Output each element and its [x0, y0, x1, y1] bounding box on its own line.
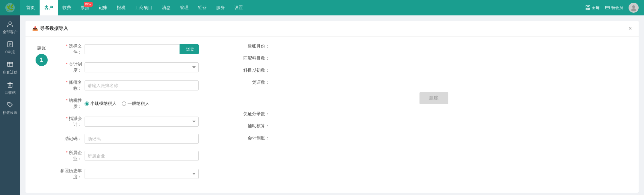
sidebar-item-trash[interactable]: 回收站 [1, 79, 19, 97]
step-label: 建账 [37, 45, 46, 51]
ledger-input[interactable] [85, 80, 199, 90]
ledger-row: * 账簿名称： [58, 79, 199, 91]
voucher-records-row: 凭证分录数： [239, 111, 629, 117]
sidebar-item-migrate[interactable]: 账套迁移 [1, 58, 19, 77]
logo-icon: 🌿 [5, 3, 15, 12]
sidebar-item-declare-label: 0申报 [5, 50, 15, 54]
memo-label: 助记码： [58, 136, 85, 142]
sidebar-item-tag[interactable]: 标签设置 [1, 99, 19, 118]
svg-point-7 [631, 8, 636, 11]
close-button[interactable]: × [628, 25, 632, 31]
svg-point-6 [632, 5, 635, 8]
match-label: 匹配科目数： [239, 55, 269, 61]
svg-rect-0 [586, 6, 587, 7]
tax-label: * 纳税性质： [58, 97, 85, 110]
tax-small-option[interactable]: 小规模纳税人 [85, 101, 116, 107]
sidebar-item-all-clients-label: 全部客户 [3, 30, 17, 34]
panel-title: 📤 导爷数据导入 [32, 25, 68, 31]
create-account-button[interactable]: 建账 [419, 92, 448, 104]
voucher-label: 凭证数： [239, 79, 269, 85]
file-input-group: +浏览 [85, 44, 199, 54]
accounting-system-label: 会计制度： [239, 135, 269, 141]
accounting-select[interactable] [85, 62, 199, 72]
nav-items: 首页 客户 收费 票据 new 记账 报税 工商项目 消息 管理 经营 服务 设… [20, 0, 586, 15]
accountant-label: * 指派会计： [58, 116, 85, 128]
svg-rect-3 [589, 8, 590, 10]
main-content: 📤 导爷数据导入 × 建账 1 * 选择文件： [20, 15, 644, 195]
create-btn-container: 建账 [239, 92, 629, 104]
avatar[interactable] [629, 3, 639, 13]
nav-item-invoice[interactable]: 票据 new [76, 0, 94, 15]
nav-right: 全屏 畅会员 [586, 3, 644, 13]
sidebar: 全部客户 0申报 账套迁移 [0, 15, 20, 195]
file-required-star: * [66, 44, 67, 49]
sidebar-item-trash-label: 回收站 [5, 90, 16, 95]
member-btn[interactable]: 畅会员 [605, 5, 623, 11]
vertical-divider [209, 43, 209, 186]
form-container: 建账 1 * 选择文件： +浏览 [26, 37, 639, 193]
svg-rect-13 [7, 62, 13, 66]
fullscreen-icon [586, 5, 590, 10]
tag-icon [7, 102, 13, 109]
nav-item-message[interactable]: 消息 [157, 0, 175, 15]
tax-required-star: * [66, 98, 67, 103]
new-badge: new [84, 2, 93, 7]
ledger-required-star: * [66, 80, 67, 85]
nav-item-billing[interactable]: 收费 [58, 0, 76, 15]
history-select[interactable] [85, 169, 199, 179]
tax-radio-group: 小规模纳税人 一般纳税人 [85, 101, 149, 107]
member-icon [605, 5, 610, 10]
accountant-required-star: * [66, 116, 67, 121]
month-label: 建账月份： [239, 43, 269, 49]
browse-button[interactable]: +浏览 [180, 44, 199, 54]
ledger-label: * 账簿名称： [58, 79, 85, 91]
tax-small-radio[interactable] [85, 102, 89, 106]
left-form: * 选择文件： +浏览 * 会计制度： [58, 43, 199, 186]
avatar-icon [630, 4, 637, 11]
file-input[interactable] [85, 44, 180, 54]
svg-rect-16 [8, 83, 12, 87]
tax-general-option[interactable]: 一般纳税人 [122, 101, 149, 107]
nav-item-settings[interactable]: 设置 [230, 0, 248, 15]
svg-rect-2 [586, 8, 587, 10]
voucher-records-label: 凭证分录数： [239, 111, 269, 117]
logo-symbol: 🌿 [6, 4, 14, 11]
tax-general-label: 一般纳税人 [128, 101, 149, 107]
file-label: * 选择文件： [58, 43, 85, 55]
top-navigation: 🌿 首页 客户 收费 票据 new 记账 报税 工商项目 消息 管理 经营 服务… [0, 0, 644, 15]
nav-item-manage[interactable]: 管理 [175, 0, 193, 15]
accountant-select[interactable] [85, 117, 199, 127]
fullscreen-btn[interactable]: 全屏 [586, 5, 600, 11]
memo-input[interactable] [85, 134, 199, 144]
nav-item-bookkeeping[interactable]: 记账 [94, 0, 112, 15]
panel: 📤 导爷数据导入 × 建账 1 * 选择文件： [26, 21, 639, 193]
svg-point-8 [9, 22, 11, 24]
history-label: 参照历史年度： [58, 168, 85, 180]
accounting-required-star: * [66, 62, 67, 67]
sidebar-item-declare[interactable]: 0申报 [1, 38, 19, 57]
tax-row: * 纳税性质： 小规模纳税人 一般纳税人 [58, 97, 199, 110]
nav-item-service[interactable]: 服务 [211, 0, 230, 15]
accounting-row: * 会计制度： [58, 61, 199, 73]
nav-item-clients[interactable]: 客户 [40, 0, 58, 15]
nav-item-tax[interactable]: 报税 [112, 0, 130, 15]
declare-icon [7, 41, 13, 49]
period-row: 科目期初数： [239, 67, 629, 73]
company-input[interactable] [85, 151, 199, 161]
accounting-label: * 会计制度： [58, 61, 85, 73]
sidebar-item-migrate-label: 账套迁移 [3, 70, 17, 74]
svg-rect-1 [589, 6, 590, 7]
migrate-icon [7, 61, 13, 69]
panel-header: 📤 导爷数据导入 × [26, 21, 639, 37]
company-label: * 所属企业： [58, 150, 85, 162]
company-required-star: * [66, 150, 67, 155]
nav-item-home[interactable]: 首页 [21, 0, 40, 15]
aux-row: 辅助核算： [239, 123, 629, 129]
sidebar-item-all-clients[interactable]: 全部客户 [1, 18, 19, 37]
step-circle: 1 [36, 54, 48, 66]
tax-general-radio[interactable] [122, 102, 126, 106]
all-clients-icon [7, 21, 13, 28]
company-row: * 所属企业： [58, 150, 199, 162]
nav-item-bizproject[interactable]: 工商项目 [130, 0, 157, 15]
nav-item-finance[interactable]: 经营 [193, 0, 211, 15]
